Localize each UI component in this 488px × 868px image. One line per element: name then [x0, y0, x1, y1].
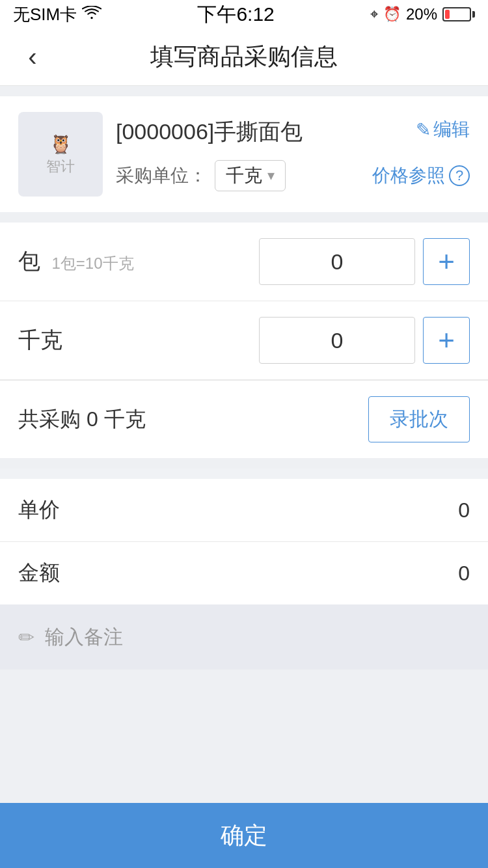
- edit-button[interactable]: ✎ 编辑: [416, 117, 470, 142]
- status-right: ⌖ ⏰ 20%: [370, 5, 475, 23]
- label-kg: 千克: [18, 325, 77, 355]
- price-section: 单价 0 金额 0: [0, 479, 488, 604]
- label-bao-sub: 1包=10千克: [51, 254, 133, 272]
- plus-button-kg[interactable]: +: [423, 317, 470, 364]
- location-icon: ⌖: [370, 6, 378, 23]
- confirm-button[interactable]: 确定: [0, 803, 488, 868]
- remark-section[interactable]: ✏ 输入备注: [0, 604, 488, 670]
- wifi-icon: [82, 5, 102, 25]
- help-icon: ?: [449, 165, 470, 186]
- carrier-text: 无SIM卡: [13, 3, 77, 26]
- quantity-wrap-bao: +: [147, 238, 470, 285]
- back-button[interactable]: ‹: [13, 38, 52, 77]
- form-row-kg: 千克 +: [0, 301, 488, 380]
- quantity-input-kg[interactable]: [259, 317, 415, 364]
- logo-text: 智计: [46, 157, 75, 177]
- divider-mid: [0, 212, 488, 223]
- price-row-unit: 单价 0: [0, 479, 488, 542]
- product-name-row: [0000006]手撕面包 ✎ 编辑: [116, 117, 470, 147]
- price-row-amount: 金额 0: [0, 542, 488, 604]
- pencil-icon: ✎: [416, 119, 431, 141]
- label-bao: 包 1包=10千克: [18, 247, 134, 277]
- battery-icon: [442, 7, 475, 21]
- form-row-bao: 包 1包=10千克 +: [0, 223, 488, 301]
- product-logo: 🦉 智计: [46, 131, 75, 177]
- price-ref-label: 价格参照: [372, 163, 445, 188]
- price-value-amount: 0: [458, 562, 470, 586]
- nav-bar: ‹ 填写商品采购信息: [0, 29, 488, 86]
- quantity-wrap-kg: +: [90, 317, 470, 364]
- unit-label: 采购单位：: [116, 163, 207, 188]
- unit-value: 千克: [226, 163, 262, 188]
- divider-price: [0, 458, 488, 468]
- summary-text: 共采购 0 千克: [18, 405, 146, 434]
- unit-row: 采购单位： 千克 ▾ 价格参照 ?: [116, 160, 470, 191]
- price-label-amount: 金额: [18, 559, 60, 588]
- battery-percentage: 20%: [406, 5, 437, 23]
- status-time: 下午6:12: [197, 1, 274, 28]
- divider-top: [0, 86, 488, 96]
- price-value-unit: 0: [458, 498, 470, 522]
- remark-placeholder: 输入备注: [45, 624, 123, 651]
- plus-button-bao[interactable]: +: [423, 238, 470, 285]
- page-title: 填写商品采购信息: [150, 41, 338, 73]
- unit-select[interactable]: 千克 ▾: [215, 160, 286, 191]
- product-card: 🦉 智计 [0000006]手撕面包 ✎ 编辑 采购单位： 千克 ▾ 价格参照 …: [0, 96, 488, 212]
- price-label-unit: 单价: [18, 496, 60, 524]
- status-bar: 无SIM卡 下午6:12 ⌖ ⏰ 20%: [0, 0, 488, 29]
- remark-pencil-icon: ✏: [18, 626, 34, 649]
- batch-button[interactable]: 录批次: [368, 396, 470, 442]
- status-left: 无SIM卡: [13, 3, 102, 26]
- alarm-icon: ⏰: [383, 6, 401, 23]
- price-ref-button[interactable]: 价格参照 ?: [372, 163, 470, 188]
- chevron-down-icon: ▾: [267, 167, 275, 184]
- product-name: [0000006]手撕面包: [116, 117, 303, 147]
- summary-row: 共采购 0 千克 录批次: [0, 380, 488, 458]
- product-image: 🦉 智计: [18, 112, 103, 197]
- product-info: [0000006]手撕面包 ✎ 编辑 采购单位： 千克 ▾ 价格参照 ?: [116, 117, 470, 191]
- form-section: 包 1包=10千克 + 千克 + 共采购 0 千克 录批次: [0, 223, 488, 458]
- quantity-input-bao[interactable]: [259, 238, 415, 285]
- edit-label: 编辑: [433, 117, 470, 142]
